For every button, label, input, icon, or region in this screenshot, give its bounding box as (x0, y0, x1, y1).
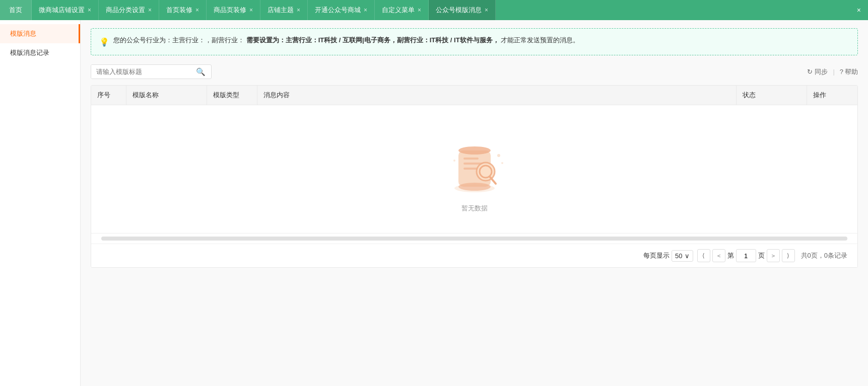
nav-tab-weishop-close[interactable]: × (88, 7, 91, 14)
nav-tab-theme-label: 店铺主题 (268, 6, 294, 15)
nav-tab-template-close[interactable]: × (485, 7, 488, 14)
nav-tab-weishop-label: 微商城店铺设置 (39, 6, 85, 15)
next-page-icon: ＞ (770, 252, 776, 260)
page-label-before: 第 (727, 251, 734, 260)
empty-illustration (444, 135, 505, 196)
toolbar-divider: | (833, 68, 834, 75)
nav-tab-custommenu[interactable]: 自定义菜单 × (375, 0, 429, 20)
last-page-button[interactable]: ⟩ (782, 249, 795, 262)
sidebar-item-template-msg-label: 模版消息 (10, 30, 36, 37)
page-number-input[interactable] (736, 249, 756, 262)
empty-text: 暂无数据 (461, 204, 488, 213)
svg-point-10 (497, 154, 500, 157)
help-button[interactable]: ? 帮助 (840, 67, 858, 76)
nav-tab-template[interactable]: 公众号模版消息 × (429, 0, 496, 20)
notice-icon: 💡 (99, 35, 109, 49)
nav-tab-custommenu-close[interactable]: × (418, 7, 421, 14)
sync-button[interactable]: ↻ 同步 (807, 67, 828, 76)
page-size-value: 50 (675, 252, 682, 260)
nav-tab-mall-close[interactable]: × (364, 7, 367, 14)
sidebar-item-template-record-label: 模版消息记录 (10, 49, 49, 56)
first-page-button[interactable]: ⟨ (697, 249, 710, 262)
svg-point-11 (501, 162, 503, 164)
nav-tab-product-close[interactable]: × (249, 7, 253, 14)
nav-tab-homepage-label: 首页装修 (166, 6, 192, 15)
th-type: 模版类型 (207, 86, 257, 105)
close-all-button[interactable]: × (850, 0, 868, 20)
nav-tab-category-close[interactable]: × (148, 7, 152, 14)
table-wrap: 序号 模版名称 模版类型 消息内容 状态 操作 (91, 85, 858, 268)
sidebar-item-template-msg[interactable]: 模版消息 (0, 24, 80, 43)
search-input[interactable] (91, 65, 192, 79)
nav-tab-category[interactable]: 商品分类设置 × (99, 0, 159, 20)
sync-label: 同步 (815, 67, 828, 76)
svg-point-3 (458, 183, 491, 191)
nav-tab-mall-label: 开通公众号商城 (315, 6, 361, 15)
chevron-down-icon: ∨ (685, 252, 690, 260)
svg-rect-4 (463, 158, 479, 160)
nav-tab-theme[interactable]: 店铺主题 × (260, 0, 308, 20)
nav-tab-template-label: 公众号模版消息 (436, 6, 482, 15)
notice-box: 💡 您的公众号行业为：主营行业：，副营行业： 需要设置为：主营行业：IT科技 /… (91, 28, 858, 55)
prev-page-button[interactable]: ＜ (712, 249, 725, 262)
th-name: 模版名称 (126, 86, 207, 105)
nav-tab-homepage[interactable]: 首页装修 × (159, 0, 207, 20)
help-label: 帮助 (845, 67, 858, 76)
page-size-select: 每页显示 50 ∨ (643, 250, 693, 262)
page-nav: ⟨ ＜ 第 页 ＞ ⟩ (697, 249, 795, 262)
nav-tab-mall[interactable]: 开通公众号商城 × (308, 0, 375, 20)
empty-state: 暂无数据 (91, 105, 857, 233)
page-size-label: 每页显示 (643, 251, 670, 260)
nav-tab-theme-close[interactable]: × (297, 7, 300, 14)
help-icon: ? (840, 68, 843, 75)
nav-tab-homepage-close[interactable]: × (195, 7, 199, 14)
main-layout: 模版消息 模版消息记录 💡 您的公众号行业为：主营行业：，副营行业： 需要设置为… (0, 20, 868, 386)
notice-after: 才能正常发送预置的消息。 (501, 36, 579, 44)
search-icon: 🔍 (196, 67, 206, 76)
notice-text: 您的公众号行业为：主营行业：，副营行业： 需要设置为：主营行业：IT科技 / 互… (113, 35, 579, 46)
nav-tab-weishop[interactable]: 微商城店铺设置 × (32, 0, 99, 20)
th-content: 消息内容 (257, 86, 737, 105)
search-button[interactable]: 🔍 (192, 67, 210, 76)
nav-tab-home[interactable]: 首页 (0, 0, 32, 20)
toolbar-right: ↻ 同步 | ? 帮助 (807, 67, 858, 76)
top-nav: 首页 微商城店铺设置 × 商品分类设置 × 首页装修 × 商品页装修 × 店铺主… (0, 0, 868, 20)
page-label-after: 页 (758, 251, 765, 260)
sync-icon: ↻ (807, 68, 813, 75)
sidebar-item-template-record[interactable]: 模版消息记录 (0, 43, 80, 62)
prev-page-icon: ＜ (716, 252, 722, 260)
pagination: 每页显示 50 ∨ ⟨ ＜ 第 页 (91, 244, 857, 267)
nav-tab-category-label: 商品分类设置 (106, 6, 145, 15)
svg-point-2 (458, 146, 491, 155)
notice-before: 您的公众号行业为：主营行业：，副营行业： (113, 36, 244, 44)
nav-tab-custommenu-label: 自定义菜单 (382, 6, 415, 15)
nav-tab-home-label: 首页 (9, 6, 22, 15)
nav-tab-product-label: 商品页装修 (214, 6, 246, 15)
close-all-icon: × (857, 6, 861, 14)
th-status: 状态 (737, 86, 807, 105)
page-size-dropdown[interactable]: 50 ∨ (672, 250, 693, 262)
svg-point-12 (453, 160, 455, 162)
first-page-icon: ⟨ (702, 252, 705, 259)
page-total-info: 共0页，0条记录 (801, 251, 847, 260)
nav-tab-product[interactable]: 商品页装修 × (207, 0, 260, 20)
sidebar: 模版消息 模版消息记录 (0, 20, 81, 386)
search-input-wrap: 🔍 (91, 64, 212, 79)
next-page-button[interactable]: ＞ (767, 249, 780, 262)
scroll-bar-row (91, 233, 857, 244)
fake-scrollbar[interactable] (101, 237, 847, 241)
notice-highlight: 需要设置为：主营行业：IT科技 / 互联网|电子商务，副营行业：IT科技 / I… (246, 36, 499, 44)
table-header: 序号 模版名称 模版类型 消息内容 状态 操作 (91, 86, 857, 105)
last-page-icon: ⟩ (787, 252, 789, 259)
search-row: 🔍 ↻ 同步 | ? 帮助 (91, 64, 858, 79)
th-index: 序号 (91, 86, 126, 105)
th-action: 操作 (807, 86, 857, 105)
content-area: 💡 您的公众号行业为：主营行业：，副营行业： 需要设置为：主营行业：IT科技 /… (81, 20, 868, 386)
